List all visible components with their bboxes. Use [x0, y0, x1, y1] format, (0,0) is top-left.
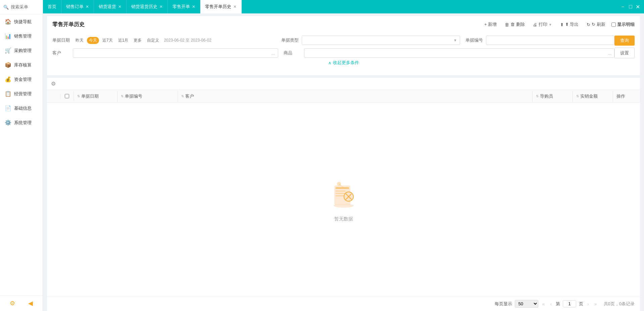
- display-detail-checkbox[interactable]: [611, 22, 616, 27]
- goods-input[interactable]: [307, 51, 608, 56]
- svg-rect-2: [336, 187, 349, 189]
- sort-icon-amount: ⇅: [576, 94, 579, 98]
- table-toolbar: ⚙: [47, 78, 640, 90]
- sidebar-item-operations[interactable]: 📋 经营管理: [0, 87, 43, 101]
- th-customer-label: 客户: [185, 93, 194, 99]
- date-range-text: 2023-06-02 至 2023-06-02: [164, 38, 211, 43]
- search-menu-item[interactable]: 🔍 搜索采单: [0, 0, 43, 14]
- print-icon: 🖨: [533, 22, 537, 27]
- tab-home[interactable]: 首页: [43, 0, 61, 13]
- refresh-button[interactable]: ↻ ↻ 刷新: [585, 20, 607, 29]
- sidebar-item-label: 资金管理: [14, 76, 32, 83]
- window-minimize[interactable]: －: [620, 3, 626, 10]
- tab-close-sales-return[interactable]: ✕: [118, 4, 121, 9]
- cart-icon: 🛒: [5, 47, 11, 54]
- tab-close-retail-open[interactable]: ✕: [192, 4, 195, 9]
- tab-bar: 首页 销售订单 ✕ 销货退货 ✕ 销货退货历史 ✕ 零售开单 ✕ 零售开单历史 …: [43, 0, 644, 13]
- page-suffix: 页: [579, 301, 583, 307]
- filter-settings-button[interactable]: 设置: [614, 48, 635, 58]
- sidebar-item-inventory[interactable]: 📦 库存核算: [0, 58, 43, 72]
- search-label: 搜索采单: [11, 4, 28, 10]
- sidebar-item-sales-mgmt[interactable]: 📊 销售管理: [0, 29, 43, 43]
- date-chip-yesterday[interactable]: 昨天: [73, 37, 86, 44]
- th-checkbox[interactable]: [60, 91, 74, 101]
- window-maximize[interactable]: □: [629, 4, 632, 10]
- customer-dots-icon[interactable]: ...: [271, 51, 275, 56]
- tab-home-label: 首页: [48, 4, 56, 10]
- goods-input-wrap[interactable]: ...: [304, 48, 614, 58]
- tab-sales-order[interactable]: 销售订单 ✕: [61, 0, 94, 13]
- page-first-btn[interactable]: «: [541, 301, 546, 307]
- sidebar-item-label: 经营管理: [14, 91, 32, 97]
- sort-icon-billno: ⇅: [121, 94, 123, 98]
- page-title-row: 零售开单历史 + 新增 🗑 🗑 删除 🖨 打印 ▼: [52, 20, 635, 29]
- empty-state: 暂无数据: [47, 103, 640, 296]
- settings-bottom-icon[interactable]: ⚙: [10, 300, 15, 307]
- page-body: 零售开单历史 + 新增 🗑 🗑 删除 🖨 打印 ▼: [43, 13, 644, 311]
- delete-button[interactable]: 🗑 🗑 删除: [503, 20, 527, 29]
- query-button[interactable]: 查询: [614, 36, 635, 46]
- sidebar-item-finance[interactable]: 💰 资金管理: [0, 72, 43, 87]
- pagination: 每页显示 50 20 100 « ‹ 第 页 › » 共0页，0条记录: [47, 296, 640, 311]
- sidebar-item-purchase-mgmt[interactable]: 🛒 采购管理: [0, 43, 43, 58]
- svg-rect-5: [336, 195, 344, 196]
- page-last-btn[interactable]: »: [593, 301, 598, 307]
- tab-close-sales-order[interactable]: ✕: [86, 4, 89, 9]
- date-chips: 昨天 今天 近7天 近1月 更多 自定义: [73, 37, 161, 44]
- date-chip-custom[interactable]: 自定义: [145, 37, 161, 44]
- tab-retail-history[interactable]: 零售开单历史 ✕: [200, 0, 242, 13]
- sidebar-item-label: 库存核算: [14, 62, 32, 68]
- bill-no-filter: 单据编号: [465, 36, 614, 45]
- page-prev-btn[interactable]: ‹: [549, 301, 553, 307]
- page-label: 第: [556, 301, 560, 307]
- page-next-btn[interactable]: ›: [586, 301, 590, 307]
- goods-dots-icon[interactable]: ...: [608, 51, 611, 56]
- date-chip-7days[interactable]: 近7天: [100, 37, 115, 44]
- page-size-select[interactable]: 50 20 100: [515, 300, 538, 308]
- tab-sales-return-history[interactable]: 销货退货历史 ✕: [127, 0, 168, 13]
- gear-icon: ⚙️: [5, 119, 11, 126]
- customer-filter: 客户 ...: [52, 48, 278, 58]
- th-guide[interactable]: ⇅ 导购员: [533, 91, 573, 102]
- date-chip-today[interactable]: 今天: [87, 37, 99, 44]
- export-icon: ⬆: [560, 22, 564, 27]
- table-settings-icon[interactable]: ⚙: [51, 81, 56, 87]
- export-button[interactable]: ⬆ ⬆ 导出: [558, 20, 581, 29]
- refresh-icon: ↻: [587, 22, 590, 27]
- collapse-sidebar-icon[interactable]: ◀: [28, 300, 33, 307]
- tab-retail-history-label: 零售开单历史: [205, 4, 231, 10]
- total-info: 共0页，0条记录: [604, 301, 635, 307]
- th-date[interactable]: ⇅ 单据日期: [74, 91, 117, 102]
- date-chip-more[interactable]: 更多: [132, 37, 144, 44]
- customer-input-wrap[interactable]: ...: [73, 48, 278, 58]
- sort-icon-customer: ⇅: [181, 94, 184, 98]
- collapse-more-conditions[interactable]: ∧ 收起更多条件: [328, 60, 359, 66]
- bill-no-input-wrap[interactable]: [486, 36, 614, 45]
- th-customer[interactable]: ⇅ 客户: [178, 91, 533, 102]
- th-amount[interactable]: ⇅ 实销金额: [573, 91, 613, 102]
- display-detail-toggle[interactable]: 显示明细: [611, 21, 635, 28]
- th-amount-label: 实销金额: [580, 93, 598, 99]
- window-close[interactable]: ✕: [636, 4, 640, 10]
- page-number-input[interactable]: [563, 300, 576, 307]
- tab-retail-open-label: 零售开单: [172, 4, 190, 10]
- select-all-checkbox[interactable]: [65, 94, 69, 98]
- box-icon: 📦: [5, 62, 11, 68]
- date-chip-1month[interactable]: 近1月: [116, 37, 131, 44]
- customer-input[interactable]: [76, 51, 271, 56]
- tab-retail-open[interactable]: 零售开单 ✕: [168, 0, 200, 13]
- sidebar-item-base-info[interactable]: 📄 基础信息: [0, 101, 43, 115]
- bill-no-input[interactable]: [489, 38, 611, 43]
- sidebar-item-quick-nav[interactable]: 🏠 快捷导航: [0, 14, 43, 29]
- tab-close-sales-return-history[interactable]: ✕: [159, 4, 163, 9]
- bill-type-input[interactable]: ▼: [302, 36, 460, 45]
- sidebar-item-system[interactable]: ⚙️ 系统管理: [0, 115, 43, 130]
- th-billno[interactable]: ⇅ 单据编号: [117, 91, 178, 102]
- tab-close-retail-history[interactable]: ✕: [233, 4, 237, 9]
- page-header-section: 零售开单历史 + 新增 🗑 🗑 删除 🖨 打印 ▼: [47, 16, 640, 75]
- search-icon: 🔍: [3, 5, 9, 10]
- th-billno-label: 单据编号: [125, 93, 142, 99]
- print-button[interactable]: 🖨 打印 ▼: [531, 20, 554, 29]
- add-button[interactable]: + 新增: [482, 20, 499, 29]
- tab-sales-return[interactable]: 销货退货 ✕: [94, 0, 127, 13]
